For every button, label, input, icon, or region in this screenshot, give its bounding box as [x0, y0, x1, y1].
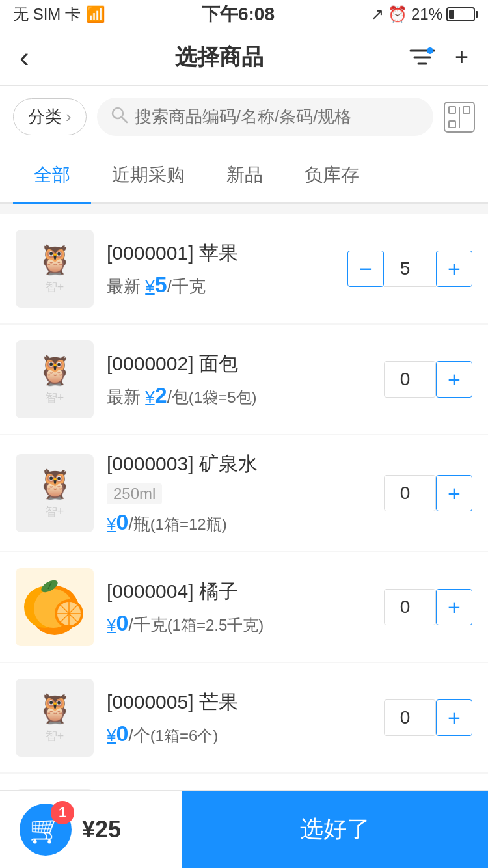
- qty-control-0000004: +: [384, 589, 472, 625]
- product-item-0000002: 🦉 智+ [0000002] 面包 最新 ¥2/包(1袋=5包) +: [0, 325, 488, 434]
- page-title: 选择商品: [175, 42, 264, 72]
- svg-point-3: [427, 47, 433, 54]
- price-extra: (1箱=6个): [150, 727, 219, 744]
- product-price-0000001: 最新 ¥5/千克: [107, 272, 334, 298]
- orange-image-svg: [16, 568, 94, 646]
- cart-total-price: ¥25: [82, 816, 121, 843]
- price-unit: /千克: [167, 277, 206, 296]
- product-info-0000004: [0000004] 橘子 ¥0/千克(1箱=2.5千克): [107, 578, 371, 636]
- category-arrow-icon: ›: [66, 107, 72, 127]
- qty-plus-0000004[interactable]: +: [436, 589, 472, 625]
- cart-badge: 1: [51, 801, 74, 824]
- qty-control-0000005: +: [384, 699, 472, 736]
- product-item-0000003: 🦉 智+ [0000003] 矿泉水 250ml ¥0/瓶(1箱=12瓶) +: [0, 435, 488, 551]
- tabs: 全部 近期采购 新品 负库存: [0, 148, 488, 204]
- cart-area: 🛒 1 ¥25: [0, 804, 182, 856]
- search-input[interactable]: [135, 107, 420, 127]
- price-text: 最新: [107, 387, 141, 407]
- category-label: 分类: [28, 105, 62, 128]
- bottom-bar: 🛒 1 ¥25 选好了: [0, 790, 488, 868]
- qty-plus-0000003[interactable]: +: [436, 475, 472, 511]
- location-icon: ↗: [371, 5, 384, 23]
- nav-right-icons: +: [409, 44, 468, 71]
- price-value: 5: [155, 272, 167, 297]
- search-box[interactable]: [97, 98, 433, 136]
- carrier-text: 无 SIM 卡: [13, 4, 81, 25]
- qty-input-0000005[interactable]: [384, 699, 436, 736]
- product-info-0000003: [0000003] 矿泉水 250ml ¥0/瓶(1箱=12瓶): [107, 451, 371, 536]
- battery-icon: [446, 7, 475, 21]
- price-symbol: ¥: [107, 514, 116, 534]
- product-price-0000004: ¥0/千克(1箱=2.5千克): [107, 610, 371, 636]
- product-image-0000005: 🦉 智+: [16, 679, 94, 757]
- product-info-0000005: [0000005] 芒果 ¥0/个(1箱=6个): [107, 689, 371, 747]
- qty-plus-0000005[interactable]: +: [436, 699, 472, 736]
- product-price-0000003: ¥0/瓶(1箱=12瓶): [107, 509, 371, 536]
- price-unit: /瓶: [128, 514, 150, 534]
- qty-control-0000002: +: [384, 361, 472, 398]
- filter-bar: 分类 ›: [0, 86, 488, 148]
- product-price-0000002: 最新 ¥2/包(1袋=5包): [107, 383, 371, 409]
- price-value: 2: [155, 383, 167, 407]
- price-symbol: ¥: [145, 387, 154, 407]
- qty-input-0000001[interactable]: [384, 251, 436, 287]
- price-value: 0: [116, 610, 128, 635]
- price-symbol: ¥: [145, 277, 154, 296]
- qty-control-0000003: +: [384, 475, 472, 511]
- product-item-0000001: 🦉 智+ [0000001] 苹果 最新 ¥5/千克 − +: [0, 214, 488, 323]
- price-symbol: ¥: [107, 726, 116, 745]
- status-time: 下午6:08: [202, 2, 275, 27]
- product-list: 🦉 智+ [0000001] 苹果 最新 ¥5/千克 − + 🦉 智+ [000…: [0, 214, 488, 868]
- price-unit: /个: [128, 726, 150, 745]
- product-name-0000004: [0000004] 橘子: [107, 578, 371, 605]
- scan-icon[interactable]: [444, 102, 475, 133]
- price-unit: /千克: [128, 615, 167, 634]
- status-left: 无 SIM 卡 📶: [13, 4, 105, 25]
- product-name-0000003: [0000003] 矿泉水: [107, 451, 371, 478]
- battery-percent: 21%: [411, 5, 442, 23]
- price-extra: (1袋=5包): [189, 388, 257, 406]
- product-info-0000002: [0000002] 面包 最新 ¥2/包(1袋=5包): [107, 351, 371, 409]
- wifi-icon: 📶: [86, 5, 105, 23]
- qty-input-0000004[interactable]: [384, 589, 436, 625]
- price-text: 最新: [107, 277, 141, 296]
- price-extra: (1箱=12瓶): [150, 515, 227, 533]
- svg-rect-8: [449, 121, 455, 128]
- price-symbol: ¥: [107, 615, 116, 634]
- confirm-button[interactable]: 选好了: [182, 791, 488, 869]
- add-button[interactable]: +: [455, 44, 468, 71]
- qty-plus-0000001[interactable]: +: [436, 251, 472, 287]
- product-name-0000001: [0000001] 苹果: [107, 240, 334, 267]
- qty-control-0000001: − +: [347, 251, 472, 287]
- back-button[interactable]: ‹: [20, 41, 29, 74]
- qty-plus-0000002[interactable]: +: [436, 361, 472, 398]
- status-bar: 无 SIM 卡 📶 下午6:08 ↗ ⏰ 21%: [0, 0, 488, 29]
- qty-input-0000002[interactable]: [384, 361, 436, 398]
- price-unit: /包: [167, 387, 189, 407]
- nav-bar: ‹ 选择商品 +: [0, 29, 488, 86]
- product-name-0000002: [0000002] 面包: [107, 351, 371, 377]
- product-info-0000001: [0000001] 苹果 最新 ¥5/千克: [107, 240, 334, 298]
- product-item-0000005: 🦉 智+ [0000005] 芒果 ¥0/个(1箱=6个) +: [0, 663, 488, 772]
- filter-icon[interactable]: [409, 46, 435, 69]
- status-right: ↗ ⏰ 21%: [371, 5, 475, 23]
- category-button[interactable]: 分类 ›: [13, 98, 87, 135]
- svg-rect-6: [449, 107, 455, 113]
- product-image-0000001: 🦉 智+: [16, 230, 94, 308]
- qty-minus-0000001[interactable]: −: [347, 251, 384, 287]
- qty-input-0000003[interactable]: [384, 475, 436, 511]
- svg-line-5: [122, 117, 127, 122]
- tab-recent[interactable]: 近期采购: [91, 148, 206, 204]
- product-image-0000002: 🦉 智+: [16, 340, 94, 418]
- tab-all[interactable]: 全部: [13, 148, 91, 204]
- alarm-icon: ⏰: [388, 5, 407, 23]
- product-name-0000005: [0000005] 芒果: [107, 689, 371, 716]
- price-extra: (1箱=2.5千克): [167, 616, 264, 634]
- product-image-0000003: 🦉 智+: [16, 454, 94, 532]
- product-item-0000004: [0000004] 橘子 ¥0/千克(1箱=2.5千克) +: [0, 552, 488, 662]
- product-image-0000004: [16, 568, 94, 646]
- tab-new[interactable]: 新品: [206, 148, 284, 204]
- svg-rect-7: [463, 107, 470, 113]
- cart-icon-button[interactable]: 🛒 1: [20, 804, 72, 856]
- tab-negative[interactable]: 负库存: [284, 148, 380, 204]
